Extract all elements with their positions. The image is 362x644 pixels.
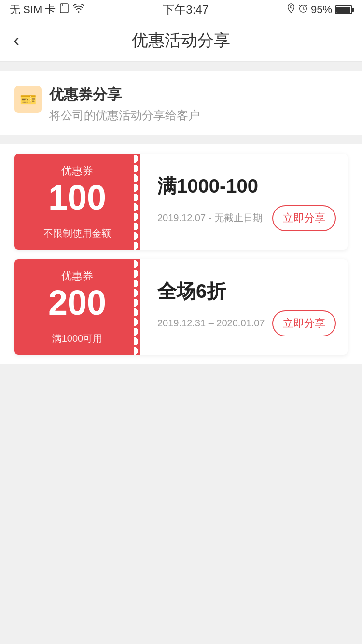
- section-icon: 🎫: [14, 86, 42, 113]
- status-time: 下午3:47: [163, 2, 209, 17]
- coupon-share-button-1[interactable]: 立即分享: [272, 205, 336, 231]
- coupon-amount-1: 100: [48, 180, 106, 215]
- nav-title: 优惠活动分享: [132, 29, 230, 52]
- carrier-text: 无 SIM 卡: [10, 2, 56, 17]
- sim-icon: [59, 3, 69, 16]
- svg-point-1: [290, 6, 292, 8]
- coupon-left-1: 优惠券 100 不限制使用金额: [14, 154, 140, 250]
- coupon-label-1: 优惠券: [61, 164, 93, 178]
- coupon-condition-1: 不限制使用金额: [43, 227, 111, 240]
- coupon-meta-row-2: 2019.12.31 – 2020.01.07 立即分享: [157, 310, 336, 336]
- coupon-condition-2: 满1000可用: [52, 332, 103, 345]
- coupon-divider-1: [33, 220, 121, 220]
- coupon-left-2: 优惠券 200 满1000可用: [14, 259, 140, 355]
- coupon-card-1: 优惠券 100 不限制使用金额 满1000-100 2019.12.07 - 无…: [14, 154, 348, 250]
- location-icon: [287, 3, 295, 16]
- coupon-name-1: 满1000-100: [157, 173, 336, 199]
- section-text-block: 优惠券分享 将公司的优惠活动分享给客户: [49, 85, 200, 123]
- coupon-amount-2: 200: [48, 285, 106, 320]
- coupon-label-2: 优惠券: [61, 269, 93, 283]
- status-bar: 无 SIM 卡 下午3:47: [0, 0, 362, 19]
- coupon-date-1: 2019.12.07 - 无截止日期: [157, 211, 266, 224]
- coupon-date-2: 2019.12.31 – 2020.01.07: [157, 318, 266, 329]
- alarm-icon: [298, 3, 308, 16]
- status-right: 95%: [287, 3, 352, 16]
- coupon-meta-row-1: 2019.12.07 - 无截止日期 立即分享: [157, 205, 336, 231]
- status-left: 无 SIM 卡: [10, 2, 84, 17]
- battery-icon: [335, 5, 352, 14]
- coupon-divider-2: [33, 325, 121, 325]
- section-title: 优惠券分享: [49, 85, 200, 105]
- coupon-list: 优惠券 100 不限制使用金额 满1000-100 2019.12.07 - 无…: [0, 144, 362, 364]
- wifi-icon: [73, 3, 84, 16]
- coupon-share-button-2[interactable]: 立即分享: [272, 310, 336, 336]
- battery-percent: 95%: [311, 3, 332, 16]
- section-header: 🎫 优惠券分享 将公司的优惠活动分享给客户: [0, 71, 362, 135]
- section-subtitle: 将公司的优惠活动分享给客户: [49, 108, 200, 123]
- coupon-card-2: 优惠券 200 满1000可用 全场6折 2019.12.31 – 2020.0…: [14, 259, 348, 355]
- back-button[interactable]: ‹: [14, 30, 19, 51]
- svg-rect-0: [60, 4, 68, 13]
- nav-bar: ‹ 优惠活动分享: [0, 19, 362, 62]
- coupon-name-2: 全场6折: [157, 278, 336, 305]
- coupon-right-1: 满1000-100 2019.12.07 - 无截止日期 立即分享: [140, 154, 348, 250]
- coupon-right-2: 全场6折 2019.12.31 – 2020.01.07 立即分享: [140, 259, 348, 355]
